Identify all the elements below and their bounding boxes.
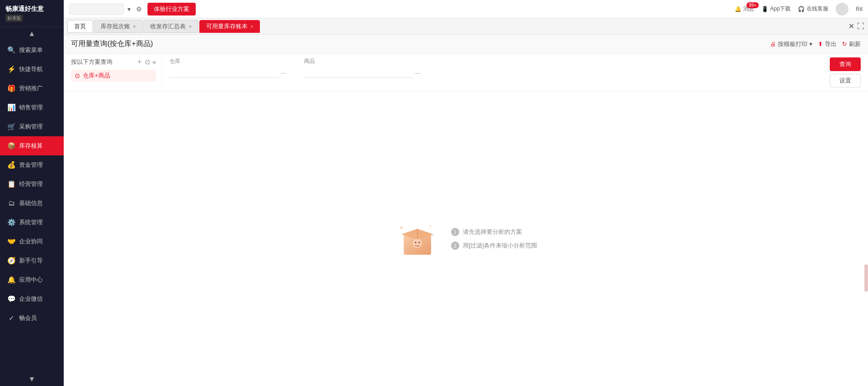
warehouse-more-btn[interactable]: ··· <box>280 69 286 77</box>
svg-text:✦: ✦ <box>429 224 432 228</box>
refresh-btn[interactable]: ↻ 刷新 <box>842 40 861 48</box>
filter-field-product: 商品 ··· <box>304 57 431 78</box>
topbar-search-input[interactable] <box>69 4 124 15</box>
product-input[interactable] <box>304 67 413 78</box>
settings-btn[interactable]: 设置 <box>830 74 861 87</box>
product-input-row: ··· <box>304 67 431 78</box>
sidebar-item-label: 库存核算 <box>19 142 43 150</box>
sidebar-item-enterprise[interactable]: 🤝 企业协同 <box>0 232 64 251</box>
sidebar-item-search[interactable]: 🔍 搜索菜单 <box>0 41 64 60</box>
warehouse-input[interactable] <box>169 67 279 78</box>
scheme-add-btn[interactable]: ＋ <box>136 57 143 66</box>
sidebar-item-wechat[interactable]: 💬 企业微信 <box>0 289 64 309</box>
tip-text-1: 请先选择要分析的方案 <box>463 228 522 236</box>
empty-tip-1: 1 请先选择要分析的方案 <box>451 228 537 236</box>
sidebar-item-label: 销售管理 <box>19 103 43 112</box>
warehouse-input-row: ··· <box>169 67 297 78</box>
product-more-btn[interactable]: ··· <box>415 69 421 77</box>
sidebar-item-quicknav[interactable]: ⚡ 快捷导航 <box>0 60 64 79</box>
username[interactable]: Rit <box>856 6 863 12</box>
scheme-collapse-btn[interactable]: « <box>152 57 156 66</box>
appcenter-icon: 🔔 <box>7 276 15 284</box>
tip-text-2: 用[过滤]条件来缩小分析范围 <box>463 242 537 250</box>
sidebar-item-guide[interactable]: 🧭 新手引导 <box>0 251 64 270</box>
tab-available[interactable]: 可用量库存账本 × <box>199 20 260 33</box>
tab-available-label: 可用量库存账本 <box>206 22 248 31</box>
sidebar-item-label: 应用中心 <box>19 276 43 284</box>
topbar-right: 🔔 消息 99+ 📱 App下载 🎧 在线客服 Rit <box>735 3 863 15</box>
logo-tag: 标准版 <box>5 15 23 22</box>
filter-field-warehouse: 仓库 ··· <box>169 57 297 78</box>
sidebar-item-basic[interactable]: 🗂 基础信息 <box>0 194 64 213</box>
finance-icon: 💰 <box>7 161 15 169</box>
sidebar-item-label: 营销推广 <box>19 84 43 93</box>
sidebar-item-purchase[interactable]: 🛒 采购管理 <box>0 117 64 136</box>
sidebar-item-label: 新手引导 <box>19 257 43 265</box>
print-label: 按模板打印 <box>778 40 807 48</box>
filter-actions: 查询 设置 <box>830 57 861 87</box>
sidebar-logo: 畅康通好生意 标准版 <box>0 0 64 27</box>
sidebar-scroll-up[interactable]: ▲ <box>0 27 64 41</box>
scheme-header-label: 按以下方案查询 <box>71 58 112 66</box>
empty-state: ✦ ✦ ✦ 1 请先选择要分析的方案 2 用[过滤]条件来缩小分析范围 <box>64 92 868 386</box>
sidebar-item-system[interactable]: ⚙️ 系统管理 <box>0 213 64 232</box>
right-scrollbar[interactable] <box>864 264 868 292</box>
search-icon: 🔍 <box>7 46 15 54</box>
tab-summary-close[interactable]: × <box>188 24 191 29</box>
product-label: 商品 <box>304 57 431 65</box>
empty-tips: 1 请先选择要分析的方案 2 用[过滤]条件来缩小分析范围 <box>451 228 537 250</box>
svg-text:✦: ✦ <box>431 234 433 237</box>
sidebar-item-finance[interactable]: 💰 资金管理 <box>0 155 64 175</box>
tab-available-close[interactable]: × <box>250 24 253 29</box>
sidebar-item-operation[interactable]: 📋 经营管理 <box>0 175 64 194</box>
sidebar-item-member[interactable]: ✓ 畅会员 <box>0 309 64 328</box>
filter-scheme-panel: 按以下方案查询 ＋ ⊙ « ⊙ 仓库+商品 <box>71 57 162 85</box>
sidebar-nav: 🔍 搜索菜单 ⚡ 快捷导航 🎁 营销推广 📊 销售管理 🛒 采购管理 📦 库存核… <box>0 41 64 372</box>
sidebar-item-appcenter[interactable]: 🔔 应用中心 <box>0 270 64 289</box>
sidebar-item-marketing[interactable]: 🎁 营销推广 <box>0 79 64 98</box>
tab-batch[interactable]: 库存批次账 × <box>94 20 142 33</box>
basic-icon: 🗂 <box>7 199 15 207</box>
sales-icon: 📊 <box>7 103 15 112</box>
print-btn[interactable]: 🖨 按模板打印 ▾ <box>770 40 812 48</box>
topbar-trial-btn[interactable]: 体验行业方案 <box>147 3 196 15</box>
tabbar-expand-btn[interactable]: ⛶ <box>857 22 864 31</box>
sidebar-item-sales[interactable]: 📊 销售管理 <box>0 98 64 117</box>
page-title: 可用量查询(按仓库+商品) <box>71 39 153 49</box>
sidebar-item-label: 系统管理 <box>19 218 43 226</box>
empty-tip-2: 2 用[过滤]条件来缩小分析范围 <box>451 242 537 250</box>
tab-summary[interactable]: 收发存汇总表 × <box>143 20 198 33</box>
tab-home[interactable]: 首页 <box>67 20 93 33</box>
sidebar-item-label: 搜索菜单 <box>19 46 43 54</box>
topbar-gear-btn[interactable]: ⚙ <box>136 5 142 13</box>
topbar-service-btn[interactable]: 🎧 在线客服 <box>798 5 828 13</box>
tab-batch-close[interactable]: × <box>133 24 136 29</box>
svg-text:✦: ✦ <box>399 225 404 231</box>
page-actions: 🖨 按模板打印 ▾ ⬆ 导出 ↻ 刷新 <box>770 40 861 48</box>
query-btn[interactable]: 查询 <box>830 57 861 71</box>
sidebar-item-label: 快捷导航 <box>19 65 43 73</box>
scheme-item-warehouse-product[interactable]: ⊙ 仓库+商品 <box>71 70 156 82</box>
print-icon: 🖨 <box>770 41 776 47</box>
topbar-app-btn[interactable]: 📱 App下载 <box>761 5 791 13</box>
topbar-dropdown-btn[interactable]: ▾ <box>127 5 131 13</box>
refresh-label: 刷新 <box>849 40 861 48</box>
tab-summary-label: 收发存汇总表 <box>150 22 186 31</box>
sidebar-item-label: 基础信息 <box>19 199 43 207</box>
filter-area: 按以下方案查询 ＋ ⊙ « ⊙ 仓库+商品 仓库 <box>64 54 868 92</box>
purchase-icon: 🛒 <box>7 123 15 131</box>
bell-icon: 🔔 <box>735 6 741 12</box>
empty-state-content: ✦ ✦ ✦ 1 请先选择要分析的方案 2 用[过滤]条件来缩小分析范围 <box>395 216 537 262</box>
export-icon: ⬆ <box>818 41 823 47</box>
sidebar-item-inventory[interactable]: 📦 库存核算 <box>0 136 64 155</box>
scheme-settings-btn[interactable]: ⊙ <box>145 57 151 66</box>
main-area: ▾ ⚙ 体验行业方案 🔔 消息 99+ 📱 App下载 🎧 在线客服 Rit 首… <box>64 0 868 386</box>
sidebar-scroll-down[interactable]: ▼ <box>0 372 64 386</box>
quicknav-icon: ⚡ <box>7 65 15 73</box>
scheme-actions: ＋ ⊙ « <box>136 57 156 66</box>
topbar-msg-btn[interactable]: 🔔 消息 99+ <box>735 5 754 13</box>
guide-icon: 🧭 <box>7 257 15 265</box>
export-btn[interactable]: ⬆ 导出 <box>818 40 837 48</box>
tabbar-close-all-btn[interactable]: ✕ <box>848 22 854 31</box>
topbar: ▾ ⚙ 体验行业方案 🔔 消息 99+ 📱 App下载 🎧 在线客服 Rit <box>64 0 868 18</box>
